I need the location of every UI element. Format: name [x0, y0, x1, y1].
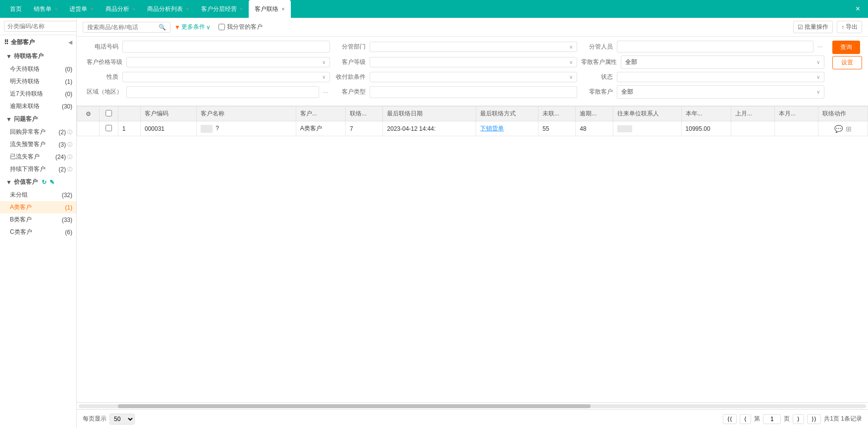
filter-region: 区域（地区） ···	[83, 86, 330, 98]
page-number-input[interactable]	[763, 414, 781, 424]
sidebar-item-repurchase-abnormal[interactable]: 回购异常客户 (2) ⓘ	[0, 126, 76, 138]
customer-avatar	[201, 125, 213, 133]
status-select[interactable]: ∨	[617, 72, 824, 82]
next-page-btn[interactable]: ⟩	[793, 414, 804, 424]
query-button[interactable]: 查询	[832, 41, 860, 54]
th-settings[interactable]: ⚙	[77, 107, 100, 121]
per-page-select[interactable]: 50 20 100	[109, 414, 135, 425]
close-customer-segment-tab[interactable]: ×	[240, 6, 243, 12]
manager-more-icon[interactable]: ···	[815, 43, 824, 50]
scrollbar-thumb[interactable]	[118, 404, 590, 408]
region-input[interactable]	[126, 86, 319, 98]
th-last-method[interactable]: 最后联络方式	[476, 107, 538, 121]
row-no-contact: 55	[538, 121, 575, 136]
info-icon-4: ⓘ	[67, 166, 72, 173]
th-name[interactable]: 客户名称	[196, 107, 296, 121]
payment-select[interactable]: ∨	[370, 72, 577, 82]
sidebar-item-b-class[interactable]: B类客户 (33)	[0, 214, 76, 226]
nature-select[interactable]: ∨	[122, 72, 330, 82]
tab-home[interactable]: 首页	[4, 0, 28, 18]
sidebar-search-input[interactable]	[4, 21, 77, 32]
sidebar-item-tomorrow-contact[interactable]: 明天待联络 (1)	[0, 75, 76, 88]
edit-value-icon[interactable]: ✎	[50, 179, 54, 186]
horizontal-scrollbar[interactable]	[79, 404, 866, 408]
filter-customer-level: 客户等级 ∨	[330, 57, 577, 67]
collapse-icon: ◀	[68, 40, 72, 45]
th-last-date[interactable]: 最后联络日期	[383, 107, 476, 121]
select-all-checkbox[interactable]	[106, 110, 112, 116]
sidebar-item-overdue-contact[interactable]: 逾期未联络 (30)	[0, 100, 76, 112]
first-page-btn[interactable]: ⟨⟨	[723, 414, 737, 424]
region-more-icon[interactable]: ···	[321, 89, 330, 96]
tab-customer-segment[interactable]: 客户分层经营 ×	[195, 0, 249, 18]
tab-sales[interactable]: 销售单 ×	[28, 0, 63, 18]
row-last-method: 下销货单	[476, 121, 538, 136]
row-code: 000031	[140, 121, 196, 136]
dept-select[interactable]: ∨	[370, 42, 577, 52]
sidebar-item-c-class[interactable]: C类客户 (6)	[0, 226, 76, 238]
sidebar-item-unclassified[interactable]: 未分组 (32)	[0, 189, 76, 201]
filter-dept: 分管部门 ∨	[330, 42, 577, 52]
tab-purchase[interactable]: 进货单 ×	[63, 0, 99, 18]
search-icon[interactable]: 🔍	[159, 24, 166, 31]
customer-level-select[interactable]: ∨	[370, 57, 577, 67]
close-sales-tab[interactable]: ×	[54, 6, 57, 12]
filter-nature: 性质 ∨	[83, 72, 330, 82]
price-level-select[interactable]: ∨	[126, 57, 330, 67]
arrow-down-icon3: ▼	[6, 179, 12, 186]
search-input[interactable]	[87, 24, 157, 31]
manager-input[interactable]	[617, 41, 814, 53]
all-customers-header[interactable]: ⠿ 全部客户 ◀	[0, 35, 76, 50]
window-close-button[interactable]: ×	[852, 4, 864, 13]
filter-phone: 电话号码	[83, 41, 330, 53]
sidebar-item-declining[interactable]: 持续下滑客户 (2) ⓘ	[0, 163, 76, 175]
price-level-arrow-icon: ∨	[322, 59, 326, 65]
sidebar-item-7day-contact[interactable]: 近7天待联络 (0)	[0, 88, 76, 100]
grid-action-icon[interactable]: ⊞	[846, 125, 852, 133]
phone-input[interactable]	[122, 41, 330, 53]
th-contact[interactable]: 联络...	[346, 107, 383, 121]
th-no-contact[interactable]: 未联...	[538, 107, 575, 121]
filter-retail-customer: 零散客户 全部 ∨	[577, 85, 824, 99]
th-action[interactable]: 联络动作	[818, 107, 868, 121]
tab-customer-contact[interactable]: 客户联络 ×	[249, 0, 290, 18]
last-page-btn[interactable]: ⟩⟩	[807, 414, 821, 424]
more-conditions-btn[interactable]: ▼ 更多条件 ∨	[174, 23, 211, 31]
my-customers-checkbox[interactable]	[218, 24, 225, 30]
chat-icon[interactable]: 💬	[834, 125, 843, 133]
close-product-list-tab[interactable]: ×	[186, 6, 189, 12]
sidebar-item-today-contact[interactable]: 今天待联络 (0)	[0, 63, 76, 75]
tab-product-analysis[interactable]: 商品分析 ×	[100, 0, 141, 18]
th-this-month[interactable]: 本月...	[774, 107, 818, 121]
search-box: 🔍	[83, 22, 170, 33]
close-purchase-tab[interactable]: ×	[90, 6, 93, 12]
refresh-icon[interactable]: ↻	[42, 179, 47, 186]
sidebar-item-churned[interactable]: 已流失客户 (24) ⓘ	[0, 151, 76, 163]
prev-page-btn[interactable]: ⟨	[740, 414, 751, 424]
arrow-down-icon2: ▼	[6, 116, 12, 123]
row-name: ?	[196, 121, 296, 136]
row-checkbox[interactable]	[106, 125, 112, 131]
row-unit-contact	[613, 121, 681, 136]
settings-button[interactable]: 设置	[832, 56, 862, 69]
th-type[interactable]: 客户...	[296, 107, 345, 121]
section-problem-customers[interactable]: ▼ 问题客户	[0, 112, 76, 126]
th-code[interactable]: 客户编码	[140, 107, 196, 121]
th-overdue[interactable]: 逾期...	[576, 107, 613, 121]
th-this-year[interactable]: 本年...	[681, 107, 731, 121]
close-product-tab[interactable]: ×	[132, 6, 135, 12]
sidebar-item-churn-warning[interactable]: 流失预警客户 (3) ⓘ	[0, 138, 76, 151]
th-unit-contact[interactable]: 往来单位联系人	[613, 107, 681, 121]
tab-product-analysis-list[interactable]: 商品分析列表 ×	[141, 0, 195, 18]
customer-type-input[interactable]	[370, 86, 577, 98]
sidebar: 🔍 ⠿ 全部客户 ◀ ▼ 待联络客户 今天待联络 (0) 明天待联络 (1) 近…	[0, 18, 77, 428]
batch-op-button[interactable]: ☑ 批量操作	[793, 21, 833, 33]
th-last-month[interactable]: 上月...	[731, 107, 774, 121]
sidebar-item-a-class[interactable]: A类客户 (1)	[0, 201, 76, 214]
close-customer-contact-tab[interactable]: ×	[281, 6, 284, 12]
export-button[interactable]: ↑ 导出	[837, 21, 862, 33]
section-value-customers[interactable]: ▼ 价值客户 ↻ ✎	[0, 175, 76, 189]
retail-attr-select[interactable]: 全部 ∨	[621, 55, 824, 69]
retail-customer-select[interactable]: 全部 ∨	[617, 85, 824, 99]
section-pending-contact[interactable]: ▼ 待联络客户	[0, 50, 76, 63]
